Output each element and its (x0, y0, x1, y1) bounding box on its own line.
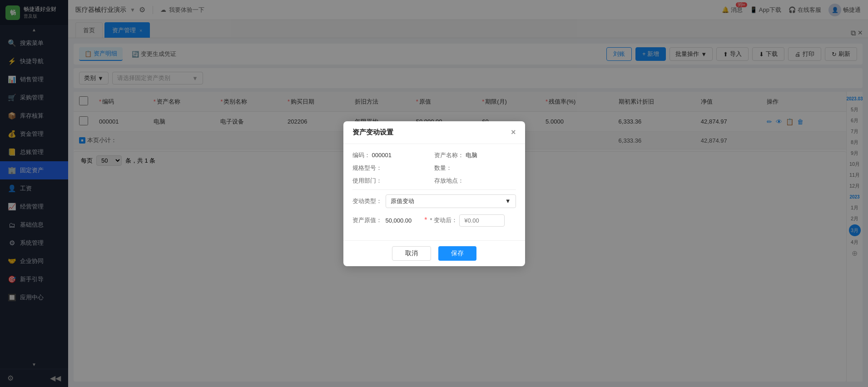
dialog-info-row-1: 编码： 000001 资产名称： 电脑 (352, 151, 516, 159)
dialog-asset-value: 50,000.00 (386, 217, 412, 224)
dialog-header: 资产变动设置 × (343, 121, 525, 144)
dialog-change-type-label: 变动类型： (352, 197, 382, 205)
dialog-department-col: 使用部门： (352, 177, 434, 185)
dialog-code-value: 000001 (372, 152, 392, 159)
dialog-quantity-col: 数量： (434, 164, 516, 172)
dialog-change-type-select[interactable]: 原值变动 ▼ (386, 194, 516, 208)
dialog-asset-name-value: 电脑 (466, 151, 477, 159)
change-type-value: 原值变动 (391, 197, 414, 205)
dialog-after-change-label: * 变动后： (430, 216, 458, 224)
dialog-location-label: 存放地点： (434, 177, 464, 185)
dialog-department-label: 使用部门： (352, 177, 382, 185)
dialog-body: 编码： 000001 资产名称： 电脑 规格型号： 数量： (343, 144, 525, 240)
dialog-location-col: 存放地点： (434, 177, 516, 185)
required-star: * (424, 216, 427, 224)
dialog-code-label: 编码： (352, 151, 370, 159)
asset-change-dialog: 资产变动设置 × 编码： 000001 资产名称： 电脑 规格型号： (343, 121, 525, 266)
dialog-spec-col: 规格型号： (352, 164, 434, 172)
dialog-close-btn[interactable]: × (511, 128, 516, 137)
modal-overlay: 资产变动设置 × 编码： 000001 资产名称： 电脑 规格型号： (0, 0, 868, 387)
dialog-title: 资产变动设置 (352, 128, 393, 137)
after-change-input[interactable] (459, 214, 505, 227)
dialog-spec-label: 规格型号： (352, 164, 382, 172)
cancel-button[interactable]: 取消 (392, 246, 431, 261)
dialog-info-row-2: 规格型号： 数量： (352, 164, 516, 172)
save-button[interactable]: 保存 (438, 246, 476, 261)
dialog-asset-name-label: 资产名称： (434, 151, 464, 159)
change-type-arrow-icon: ▼ (505, 198, 511, 204)
dialog-code-col: 编码： 000001 (352, 151, 434, 159)
dialog-footer: 取消 保存 (343, 240, 525, 266)
dialog-info-row-3: 使用部门： 存放地点： (352, 177, 516, 185)
dialog-divider (352, 189, 516, 190)
dialog-form-change-type-row: 变动类型： 原值变动 ▼ (352, 194, 516, 208)
dialog-after-change-group: * * 变动后： (424, 214, 505, 227)
dialog-quantity-label: 数量： (434, 164, 452, 172)
dialog-form-asset-value-row: 资产原值： 50,000.00 * * 变动后： (352, 214, 516, 227)
dialog-asset-name-col: 资产名称： 电脑 (434, 151, 516, 159)
dialog-asset-value-label: 资产原值： (352, 216, 382, 224)
